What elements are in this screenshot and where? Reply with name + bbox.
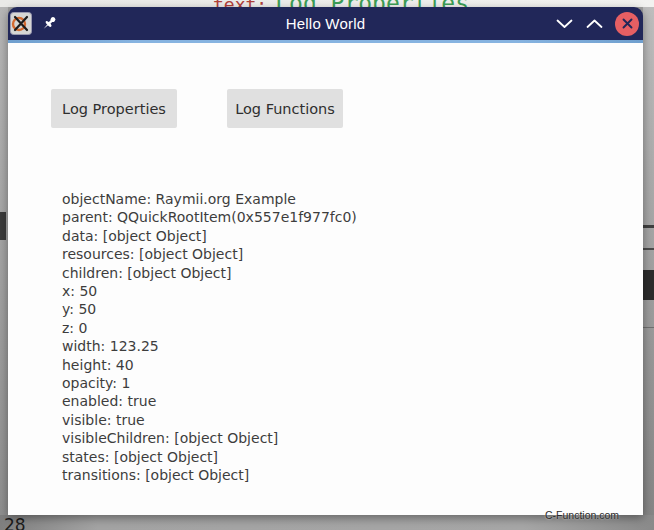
log-line-data: data: [object Object] [62, 227, 357, 245]
log-line-x: x: 50 [62, 282, 357, 300]
properties-log: objectName: Raymii.org Example parent: Q… [62, 190, 357, 485]
background-right-strip [643, 7, 654, 515]
background-left-artifact [0, 212, 6, 240]
background-left-strip [0, 7, 8, 515]
log-line-objectname: objectName: Raymii.org Example [62, 190, 357, 208]
log-line-z: z: 0 [62, 319, 357, 337]
background-right-line [643, 225, 654, 228]
log-properties-button[interactable]: Log Properties [51, 89, 177, 128]
background-right-line [643, 248, 654, 250]
log-line-opacity: opacity: 1 [62, 374, 357, 392]
log-line-height: height: 40 [62, 356, 357, 374]
titlebar[interactable]: Hello World [8, 7, 643, 40]
background-editor-sliver: text:Log Properties [0, 0, 654, 7]
log-line-y: y: 50 [62, 300, 357, 318]
watermark: C-Function.com [545, 509, 619, 521]
background-right-block [643, 270, 654, 300]
log-line-visible: visible: true [62, 411, 357, 429]
background-right-line [643, 327, 654, 328]
window-title: Hello World [8, 15, 643, 32]
background-line-number: 28 [4, 515, 26, 530]
close-button[interactable] [615, 12, 639, 36]
maximize-button[interactable] [585, 14, 604, 33]
background-code-keyword: text: [213, 0, 267, 7]
log-line-parent: parent: QQuickRootItem(0x557e1f977fc0) [62, 208, 357, 226]
close-x-icon [622, 18, 633, 29]
desktop-background: text:Log Properties 28 [0, 0, 654, 530]
hello-world-window: Hello World [8, 7, 643, 515]
log-line-width: width: 123.25 [62, 337, 357, 355]
background-code-value: Log Properties [275, 0, 469, 7]
window-controls [555, 7, 639, 40]
log-line-enabled: enabled: true [62, 392, 357, 410]
minimize-button[interactable] [555, 14, 574, 33]
chevron-up-icon [586, 19, 603, 29]
log-line-states: states: [object Object] [62, 448, 357, 466]
log-line-resources: resources: [object Object] [62, 245, 357, 263]
window-content: Log Properties Log Functions objectName:… [8, 43, 643, 515]
log-functions-button[interactable]: Log Functions [227, 89, 343, 128]
log-line-children: children: [object Object] [62, 264, 357, 282]
log-line-transitions: transitions: [object Object] [62, 466, 357, 484]
chevron-down-icon [556, 19, 573, 29]
background-code-line: text:Log Properties [213, 0, 469, 7]
log-line-visiblechildren: visibleChildren: [object Object] [62, 429, 357, 447]
